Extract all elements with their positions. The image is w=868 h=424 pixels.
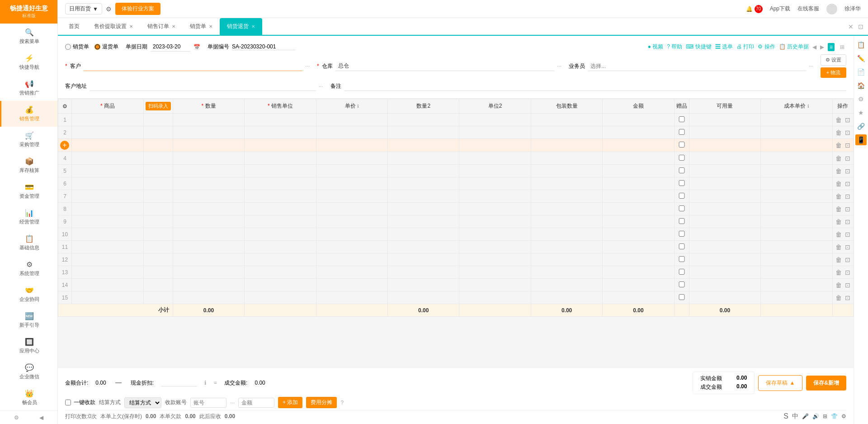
app-download[interactable]: App下载	[770, 5, 790, 13]
qty2-cell-6[interactable]	[388, 177, 459, 190]
product-input-11[interactable]	[74, 244, 142, 250]
product-cell-8[interactable]	[72, 203, 144, 215]
delete-row-btn-1[interactable]: 🗑	[835, 116, 842, 124]
print-link[interactable]: 🖨 打印	[736, 43, 754, 51]
product-input-9[interactable]	[74, 219, 142, 225]
amount-cell-8[interactable]	[603, 203, 674, 215]
available-cell-2[interactable]	[689, 126, 760, 139]
qty2-cell-1[interactable]	[388, 114, 459, 126]
cost-price-input-6[interactable]	[763, 181, 830, 187]
unit-input-9[interactable]	[246, 219, 314, 225]
logistics-btn[interactable]: + 物流	[821, 67, 846, 78]
cost-price-cell-12[interactable]	[761, 253, 833, 266]
unit2-input-11[interactable]	[461, 244, 528, 250]
amount-cell-12[interactable]	[603, 253, 674, 266]
gift-checkbox-8[interactable]	[676, 205, 687, 211]
quantity-cell-14[interactable]	[173, 279, 244, 291]
sidebar-item-operations[interactable]: 📊 经营管理	[0, 204, 57, 230]
available-cell-13[interactable]	[689, 266, 760, 279]
quantity-input-7[interactable]	[175, 193, 242, 200]
bottom-icon-6[interactable]: 👕	[831, 413, 838, 419]
available-input-10[interactable]	[691, 231, 759, 238]
available-input-15[interactable]	[691, 295, 759, 301]
gift-checkbox-3[interactable]	[676, 142, 687, 148]
qty2-input-11[interactable]	[390, 244, 457, 250]
copy-row-btn-9[interactable]: ⊡	[845, 218, 850, 225]
available-cell-11[interactable]	[689, 241, 760, 253]
tab-price-setting-close[interactable]: ✕	[129, 24, 133, 29]
quantity-input-14[interactable]	[175, 282, 242, 288]
product-cell-9[interactable]	[72, 215, 144, 228]
unit2-input-7[interactable]	[461, 193, 528, 200]
pack-qty-input-10[interactable]	[533, 231, 600, 238]
discount-input[interactable]	[161, 380, 197, 386]
gift-cell-15[interactable]	[674, 291, 689, 304]
cost-price-input-15[interactable]	[763, 295, 830, 301]
quantity-input-8[interactable]	[175, 206, 242, 212]
pack-qty-input-5[interactable]	[533, 168, 600, 174]
product-cell-4[interactable]	[72, 152, 144, 165]
product-input-10[interactable]	[74, 231, 142, 238]
unit-input-13[interactable]	[246, 269, 314, 276]
qty2-cell-8[interactable]	[388, 203, 459, 215]
quantity-cell-4[interactable]	[173, 152, 244, 165]
price-input-13[interactable]	[318, 269, 386, 276]
cost-price-input-7[interactable]	[763, 193, 830, 200]
copy-row-btn-1[interactable]: ⊡	[845, 116, 850, 124]
right-icon-gear[interactable]: ⚙	[856, 94, 866, 105]
delete-row-btn-12[interactable]: 🗑	[835, 256, 842, 263]
price-input-6[interactable]	[318, 181, 386, 187]
qty2-input-4[interactable]	[390, 155, 457, 162]
industry-select[interactable]: 日用百货 ▼	[65, 3, 102, 14]
delete-row-btn-15[interactable]: 🗑	[835, 294, 842, 301]
available-cell-15[interactable]	[689, 291, 760, 304]
product-cell-14[interactable]	[72, 279, 144, 291]
qty2-input-3[interactable]	[390, 142, 457, 148]
unit-cell-14[interactable]	[245, 279, 316, 291]
amount-input-4[interactable]	[604, 155, 672, 162]
available-input-9[interactable]	[691, 219, 759, 225]
add-payment-btn[interactable]: + 添加	[278, 397, 302, 408]
cost-price-input-5[interactable]	[763, 168, 830, 174]
gift-checkbox-5[interactable]	[676, 167, 687, 173]
sidebar-item-purchase[interactable]: 🛒 采购管理	[0, 127, 57, 152]
pack-qty-cell-8[interactable]	[531, 203, 602, 215]
tab-sales-order-close[interactable]: ✕	[172, 24, 175, 29]
sidebar-item-apps[interactable]: 🔲 应用中心	[0, 333, 57, 359]
quantity-input-3[interactable]	[175, 142, 242, 148]
unit2-cell-14[interactable]	[459, 279, 531, 291]
unit2-input-6[interactable]	[461, 181, 528, 187]
amount-input-8[interactable]	[604, 206, 672, 212]
date-input[interactable]	[150, 42, 191, 52]
unit-input-14[interactable]	[246, 282, 314, 288]
unit2-input-1[interactable]	[461, 117, 528, 123]
delete-row-btn-8[interactable]: 🗑	[835, 205, 842, 213]
cost-price-input-3[interactable]	[763, 142, 830, 148]
unit2-cell-9[interactable]	[459, 215, 531, 228]
amount-input-5[interactable]	[604, 168, 672, 174]
cost-price-cell-14[interactable]	[761, 279, 833, 291]
unit-cell-15[interactable]	[245, 291, 316, 304]
gift-checkbox-12[interactable]	[676, 256, 687, 262]
cost-price-input-11[interactable]	[763, 244, 830, 250]
radio-return[interactable]: 退货单	[94, 43, 118, 51]
unit-cell-4[interactable]	[245, 152, 316, 165]
fee-help-icon[interactable]: ?	[340, 400, 344, 406]
qty2-cell-4[interactable]	[388, 152, 459, 165]
cost-price-cell-2[interactable]	[761, 126, 833, 139]
quantity-cell-12[interactable]	[173, 253, 244, 266]
cost-price-input-13[interactable]	[763, 269, 830, 276]
quantity-cell-9[interactable]	[173, 215, 244, 228]
pack-qty-cell-2[interactable]	[531, 126, 602, 139]
product-input-12[interactable]	[74, 257, 142, 263]
right-icon-star[interactable]: ★	[856, 107, 866, 118]
unit-input-2[interactable]	[246, 129, 314, 136]
quantity-cell-5[interactable]	[173, 165, 244, 177]
qty2-input-10[interactable]	[390, 231, 457, 238]
pack-qty-input-12[interactable]	[533, 257, 600, 263]
qty2-cell-3[interactable]	[388, 139, 459, 152]
pack-qty-input-6[interactable]	[533, 181, 600, 187]
gift-checkbox-4[interactable]	[676, 155, 687, 161]
product-input-5[interactable]	[74, 168, 142, 174]
unit2-cell-5[interactable]	[459, 165, 531, 177]
